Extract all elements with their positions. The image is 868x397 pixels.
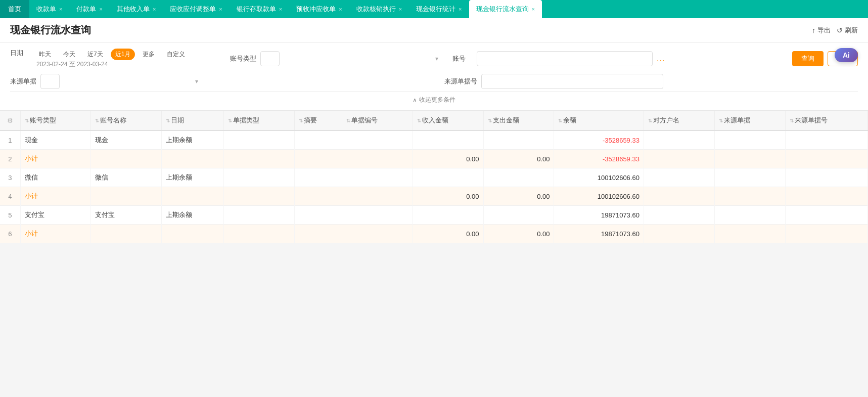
nav-tab-收款单[interactable]: 收款单× bbox=[29, 0, 69, 18]
table-cell: 上期余额 bbox=[162, 130, 223, 150]
source-doc-no-group: 来源单据号 bbox=[444, 74, 858, 89]
data-table: ⚙ ⇅账号类型 ⇅账号名称 ⇅日期 ⇅单据类型 ⇅摘要 ⇅单据编号 ⇅收入金额 … bbox=[0, 111, 868, 243]
table-cell bbox=[413, 168, 483, 187]
table-cell bbox=[294, 130, 342, 150]
col-source-doc[interactable]: ⇅来源单据 bbox=[714, 111, 785, 130]
table-cell bbox=[91, 187, 162, 206]
col-balance[interactable]: ⇅余额 bbox=[554, 111, 644, 130]
nav-tab-现金银行统计[interactable]: 现金银行统计× bbox=[409, 0, 469, 18]
table-header-row: ⚙ ⇅账号类型 ⇅账号名称 ⇅日期 ⇅单据类型 ⇅摘要 ⇅单据编号 ⇅收入金额 … bbox=[0, 111, 868, 130]
table-row: 5支付宝支付宝上期余额19871073.60 bbox=[0, 206, 868, 225]
date-option-近7天[interactable]: 近7天 bbox=[83, 49, 108, 60]
table-cell bbox=[223, 130, 294, 150]
table-cell: 微信 bbox=[20, 168, 91, 187]
nav-tab-现金银行流水查询[interactable]: 现金银行流水查询× bbox=[469, 0, 542, 18]
table-cell bbox=[483, 130, 554, 150]
tab-close-icon[interactable]: × bbox=[279, 6, 282, 12]
source-doc-no-input[interactable] bbox=[481, 74, 663, 89]
table-cell bbox=[644, 150, 714, 168]
source-doc-group: 来源单据 bbox=[10, 74, 424, 89]
col-counterpart[interactable]: ⇅对方户名 bbox=[644, 111, 714, 130]
col-doc-no[interactable]: ⇅单据编号 bbox=[342, 111, 413, 130]
account-input[interactable] bbox=[477, 51, 653, 66]
table-cell bbox=[342, 225, 413, 243]
tab-close-icon[interactable]: × bbox=[399, 6, 402, 12]
table-cell: 0.00 bbox=[483, 187, 554, 206]
table-cell: 上期余额 bbox=[162, 206, 223, 225]
table-cell bbox=[714, 206, 785, 225]
table-cell: 现金 bbox=[91, 130, 162, 150]
tab-close-icon[interactable]: × bbox=[59, 6, 62, 12]
tab-close-icon[interactable]: × bbox=[219, 6, 222, 12]
table-cell bbox=[785, 150, 867, 168]
table-cell bbox=[785, 187, 867, 206]
nav-home[interactable]: 首页 bbox=[0, 0, 29, 18]
date-option-昨天[interactable]: 昨天 bbox=[34, 49, 56, 60]
table-cell bbox=[294, 187, 342, 206]
table-cell: 4 bbox=[0, 187, 20, 206]
ai-button[interactable]: Ai bbox=[835, 48, 858, 62]
date-option-自定义[interactable]: 自定义 bbox=[162, 49, 190, 60]
nav-tab-其他收入单[interactable]: 其他收入单× bbox=[110, 0, 163, 18]
col-settings[interactable]: ⚙ bbox=[0, 111, 20, 130]
table-cell: 5 bbox=[0, 206, 20, 225]
settings-icon: ⚙ bbox=[7, 117, 13, 124]
filter-row-1: 日期 昨天今天近7天近1月更多自定义 2023-02-24 至 2023-03-… bbox=[10, 49, 858, 69]
col-account-name[interactable]: ⇅账号名称 bbox=[91, 111, 162, 130]
data-table-container: ⚙ ⇅账号类型 ⇅账号名称 ⇅日期 ⇅单据类型 ⇅摘要 ⇅单据编号 ⇅收入金额 … bbox=[0, 111, 868, 243]
table-cell: 0.00 bbox=[413, 150, 483, 168]
source-doc-select[interactable] bbox=[40, 74, 60, 89]
tab-close-icon[interactable]: × bbox=[99, 6, 102, 12]
col-date[interactable]: ⇅日期 bbox=[162, 111, 223, 130]
table-cell: 现金 bbox=[20, 130, 91, 150]
col-summary[interactable]: ⇅摘要 bbox=[294, 111, 342, 130]
col-doc-type[interactable]: ⇅单据类型 bbox=[223, 111, 294, 130]
table-cell bbox=[413, 206, 483, 225]
table-cell bbox=[644, 206, 714, 225]
date-range-display: 2023-02-24 至 2023-03-24 bbox=[36, 60, 190, 69]
top-navigation: 首页 收款单×付款单×其他收入单×应收应付调整单×银行存取款单×预收冲应收单×收… bbox=[0, 0, 868, 18]
table-cell bbox=[223, 225, 294, 243]
table-cell bbox=[342, 168, 413, 187]
account-type-select[interactable] bbox=[260, 51, 280, 66]
table-cell: 小计 bbox=[20, 150, 91, 168]
table-row: 2小计0.000.00-3528659.33 bbox=[0, 150, 868, 168]
table-row: 6小计0.000.0019871073.60 bbox=[0, 225, 868, 243]
col-account-type[interactable]: ⇅账号类型 bbox=[20, 111, 91, 130]
table-cell: 19871073.60 bbox=[554, 206, 644, 225]
nav-tab-银行存取款单[interactable]: 银行存取款单× bbox=[230, 0, 289, 18]
date-option-更多[interactable]: 更多 bbox=[138, 49, 159, 60]
account-dots-button[interactable]: ... bbox=[657, 54, 665, 63]
account-label: 账号 bbox=[452, 54, 473, 63]
table-cell bbox=[342, 130, 413, 150]
col-expense[interactable]: ⇅支出金额 bbox=[483, 111, 554, 130]
collapse-button[interactable]: ∧ 收起更多条件 bbox=[10, 94, 858, 106]
table-cell: 0.00 bbox=[413, 225, 483, 243]
refresh-button[interactable]: ↺ 刷新 bbox=[837, 26, 858, 35]
export-button[interactable]: ↑ 导出 bbox=[812, 26, 831, 35]
table-cell: 小计 bbox=[20, 187, 91, 206]
tab-close-icon[interactable]: × bbox=[153, 6, 156, 12]
table-cell bbox=[223, 206, 294, 225]
table-cell bbox=[714, 150, 785, 168]
table-cell: 1 bbox=[0, 130, 20, 150]
nav-tab-付款单[interactable]: 付款单× bbox=[69, 0, 109, 18]
col-source-doc-no[interactable]: ⇅来源单据号 bbox=[785, 111, 867, 130]
table-row: 4小计0.000.00100102606.60 bbox=[0, 187, 868, 206]
query-button[interactable]: 查询 bbox=[792, 51, 824, 66]
nav-tab-预收冲应收单[interactable]: 预收冲应收单× bbox=[289, 0, 349, 18]
date-options: 昨天今天近7天近1月更多自定义 bbox=[34, 49, 190, 60]
table-cell bbox=[483, 206, 554, 225]
col-income[interactable]: ⇅收入金额 bbox=[413, 111, 483, 130]
source-doc-label: 来源单据 bbox=[10, 77, 36, 86]
nav-tab-收款核销执行[interactable]: 收款核销执行× bbox=[349, 0, 409, 18]
table-cell bbox=[785, 130, 867, 150]
table-cell: 100102606.60 bbox=[554, 187, 644, 206]
table-cell: 小计 bbox=[20, 225, 91, 243]
tab-close-icon[interactable]: × bbox=[339, 6, 342, 12]
tab-close-icon[interactable]: × bbox=[532, 6, 535, 12]
tab-close-icon[interactable]: × bbox=[459, 6, 462, 12]
date-option-近1月[interactable]: 近1月 bbox=[111, 49, 135, 60]
date-option-今天[interactable]: 今天 bbox=[59, 49, 80, 60]
nav-tab-应收应付调整单[interactable]: 应收应付调整单× bbox=[163, 0, 229, 18]
